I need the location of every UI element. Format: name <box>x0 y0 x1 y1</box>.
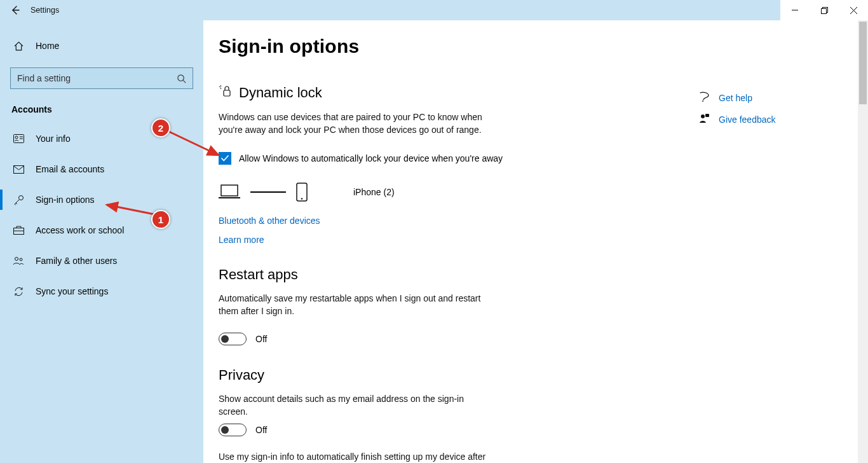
page-title: Sign-in options <box>219 36 686 57</box>
sidebar-category: Accounts <box>0 100 203 123</box>
svg-rect-10 <box>224 90 230 96</box>
dynamic-lock-checkbox-row[interactable]: Allow Windows to automatically lock your… <box>219 152 686 165</box>
sidebar-item-label: Sign-in options <box>36 195 95 205</box>
briefcase-icon <box>13 226 24 235</box>
sidebar-item-label: Access work or school <box>36 225 124 235</box>
title-bar: Settings <box>0 0 868 20</box>
laptop-icon <box>219 184 240 200</box>
svg-point-6 <box>18 195 23 200</box>
annotation-badge-1: 1 <box>151 210 170 229</box>
maximize-icon <box>821 7 828 14</box>
close-icon <box>850 7 857 14</box>
pair-line <box>250 191 286 193</box>
svg-point-14 <box>702 100 703 102</box>
main-panel: Sign-in options Dynamic lock Windows can… <box>203 20 686 463</box>
sidebar-item-label: Your info <box>36 134 71 144</box>
sidebar-item-email-accounts[interactable]: Email & accounts <box>0 154 203 184</box>
paired-device-name: iPhone (2) <box>353 187 395 197</box>
privacy-toggle[interactable] <box>219 424 247 436</box>
window-controls <box>780 0 868 20</box>
dynamic-lock-checkbox[interactable] <box>219 152 231 165</box>
svg-point-15 <box>701 114 705 118</box>
give-feedback-link[interactable]: Give feedback <box>699 113 826 126</box>
sidebar-home-label: Home <box>36 41 59 51</box>
scrollbar-thumb[interactable] <box>859 22 867 104</box>
svg-rect-11 <box>221 185 238 196</box>
svg-point-13 <box>301 198 302 199</box>
content-area: Sign-in options Dynamic lock Windows can… <box>203 20 868 463</box>
restart-apps-toggle[interactable] <box>219 333 247 345</box>
learn-more-link[interactable]: Learn more <box>219 235 686 245</box>
sidebar-item-family[interactable]: Family & other users <box>0 245 203 276</box>
dynamic-lock-icon <box>219 84 233 102</box>
sidebar-item-signin-options[interactable]: Sign-in options <box>0 184 203 215</box>
back-arrow-icon <box>10 5 20 15</box>
minimize-button[interactable] <box>780 0 810 20</box>
svg-point-4 <box>15 136 18 139</box>
svg-rect-16 <box>705 114 709 117</box>
sync-icon <box>13 286 24 297</box>
dynamic-lock-description: Windows can use devices that are paired … <box>219 111 492 137</box>
get-help-link[interactable]: Get help <box>699 92 826 104</box>
bluetooth-devices-link[interactable]: Bluetooth & other devices <box>219 216 686 226</box>
dynamic-lock-heading-text: Dynamic lock <box>239 85 322 101</box>
dynamic-lock-heading: Dynamic lock <box>219 84 686 102</box>
search-icon <box>177 74 186 83</box>
sidebar-item-label: Sync your settings <box>36 286 108 296</box>
privacy-heading: Privacy <box>219 367 686 384</box>
privacy-description-1: Show account details such as my email ad… <box>219 392 492 418</box>
sidebar-item-sync[interactable]: Sync your settings <box>0 276 203 307</box>
dynamic-lock-checkbox-label: Allow Windows to automatically lock your… <box>239 153 503 163</box>
mail-icon <box>13 165 24 174</box>
sidebar-item-label: Family & other users <box>36 256 117 266</box>
window-title: Settings <box>31 6 59 15</box>
give-feedback-label: Give feedback <box>719 114 776 125</box>
privacy-toggle-state: Off <box>255 425 267 435</box>
annotation-badge-2: 2 <box>151 118 170 137</box>
paired-device-row: iPhone (2) <box>219 183 686 202</box>
scrollbar[interactable] <box>858 20 868 463</box>
sidebar-home[interactable]: Home <box>0 32 203 60</box>
maximize-button[interactable] <box>810 0 839 20</box>
svg-point-8 <box>15 258 18 261</box>
svg-rect-1 <box>821 8 826 13</box>
restart-apps-description: Automatically save my restartable apps w… <box>219 292 492 318</box>
phone-icon <box>296 183 308 202</box>
restart-apps-heading: Restart apps <box>219 266 686 283</box>
back-button[interactable] <box>0 0 31 20</box>
right-rail: Get help Give feedback <box>699 92 826 135</box>
check-icon <box>220 154 229 163</box>
people-icon <box>13 256 24 265</box>
minimize-icon <box>792 7 798 13</box>
svg-point-2 <box>178 74 184 80</box>
get-help-label: Get help <box>719 93 752 103</box>
search-input[interactable] <box>17 73 177 83</box>
sidebar: Home Accounts Your info Email & accounts… <box>0 20 203 463</box>
feedback-icon <box>699 113 710 126</box>
sidebar-item-label: Email & accounts <box>36 164 104 174</box>
sidebar-item-access-work[interactable]: Access work or school <box>0 215 203 245</box>
key-icon <box>13 195 24 205</box>
svg-point-9 <box>20 258 22 261</box>
restart-apps-toggle-state: Off <box>255 334 267 344</box>
close-button[interactable] <box>839 0 868 20</box>
user-card-icon <box>13 134 24 143</box>
help-icon <box>699 92 710 104</box>
privacy-description-2: Use my sign-in info to automatically fin… <box>219 450 492 463</box>
sidebar-item-your-info[interactable]: Your info <box>0 123 203 154</box>
search-box[interactable] <box>10 67 193 89</box>
home-icon <box>13 41 24 52</box>
